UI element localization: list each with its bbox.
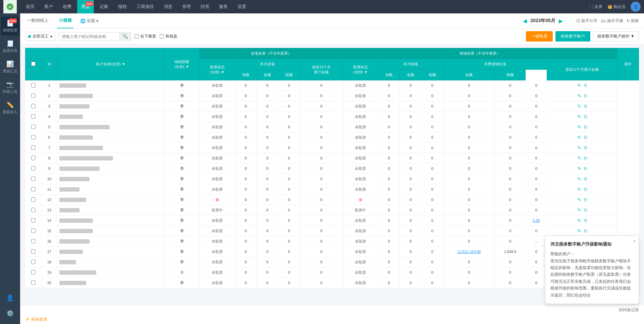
search-button[interactable]: 🔍 [119, 33, 131, 40]
edit-icon[interactable]: ✎ [577, 83, 581, 88]
new-guide-button[interactable]: ⓪ 新手引导 [576, 18, 597, 24]
row-checkbox[interactable] [31, 260, 36, 264]
copy-icon[interactable]: ⎘ [584, 218, 587, 223]
copy-icon[interactable]: ⎘ [584, 197, 587, 202]
copy-icon[interactable]: ⎘ [584, 114, 587, 119]
row-checkbox[interactable] [31, 218, 36, 222]
copy-icon[interactable]: ⎘ [584, 124, 587, 130]
edit-icon[interactable]: ✎ [577, 135, 581, 140]
sidebar-item-open-invoice[interactable]: 🧾 发票开具 [1, 37, 19, 56]
row-checkbox[interactable] [31, 280, 36, 285]
row-checkbox[interactable] [31, 229, 36, 233]
nav-message[interactable]: 消息 [160, 0, 176, 13]
return-amount-link[interactable]: 12,621,319.99 [457, 250, 481, 254]
tab-all[interactable]: 🌐 全能 ▾ [80, 18, 99, 24]
sidebar-item-summary[interactable]: 📊 票据汇总 [1, 58, 19, 76]
nav-client[interactable]: 客户 [40, 0, 57, 13]
nav-setting[interactable]: 设置 [233, 0, 250, 13]
row-checkbox[interactable] [31, 156, 36, 160]
copy-icon[interactable]: ⎘ [584, 207, 587, 213]
edit-icon[interactable]: ✎ [577, 145, 581, 150]
edit-icon[interactable]: ✎ [577, 166, 581, 171]
row-no: 8 [42, 153, 57, 164]
user-avatar[interactable]: 👤 [631, 2, 641, 12]
member-button[interactable]: 👑 购会员 [607, 4, 626, 10]
sidebar-item-scan[interactable]: 📷 扫描上传 [1, 78, 19, 97]
tab-general-taxpayer[interactable]: 一般纳税人 [25, 13, 50, 28]
nav-invoice[interactable]: 票据new [77, 0, 94, 13]
tab-small-scale[interactable]: 小规模 [57, 13, 73, 28]
nav-service[interactable]: 服务 [215, 0, 232, 13]
row-checkbox[interactable] [31, 239, 36, 243]
edit-icon[interactable]: ✎ [577, 207, 581, 213]
row-checkbox[interactable] [31, 145, 36, 150]
row-checkbox[interactable] [31, 114, 36, 119]
sidebar-item-user[interactable]: 👤 [1, 291, 19, 305]
copy-icon[interactable]: ⎘ [584, 135, 587, 140]
row-checkbox[interactable] [31, 166, 36, 171]
one-click-fetch-button[interactable]: 一键取票 [526, 31, 553, 42]
nav-operate[interactable]: 经营 [197, 0, 213, 13]
sidebar-item-entry[interactable]: ✏️ 票据录入 [1, 99, 19, 117]
sidebar-item-smart-invoice[interactable]: 📄 智能取票 new [1, 17, 19, 36]
edit-icon[interactable]: ✎ [577, 114, 581, 119]
row-checkbox[interactable] [31, 197, 36, 202]
copy-icon[interactable]: ⎘ [584, 187, 587, 192]
row-checkbox[interactable] [31, 135, 36, 139]
nav-business[interactable]: 工商项目 [132, 0, 158, 13]
nav-home[interactable]: 首页 [22, 0, 39, 13]
tax-digital-account-button[interactable]: 税务数字账户 [555, 31, 590, 42]
row-checkbox[interactable] [31, 104, 36, 108]
row-checkbox[interactable] [31, 83, 36, 87]
checkbox-account[interactable]: 名下账套 [135, 34, 156, 39]
checkbox-account-input[interactable] [135, 34, 139, 39]
nav-bookkeeping[interactable]: 记账 [96, 0, 112, 13]
edit-icon[interactable]: ✎ [577, 155, 581, 161]
row-checkbox[interactable] [31, 249, 36, 254]
row-tax-in: 0 [278, 184, 300, 195]
tax-policy-bar[interactable]: ⚡ 税务政策 [20, 315, 644, 324]
checkbox-taxdisk[interactable]: 有税盘 [160, 34, 177, 39]
select-all-checkbox[interactable] [31, 62, 36, 66]
row-checkbox[interactable] [31, 270, 36, 274]
fullscreen-button[interactable]: ⛶ 全屏 [589, 4, 602, 10]
row-checkbox[interactable] [31, 187, 36, 191]
edit-icon[interactable]: ✎ [577, 197, 581, 202]
nav-manage[interactable]: 管理 [178, 0, 195, 13]
row-accum-in: 0 [300, 164, 343, 174]
notification-close-button[interactable]: × [633, 239, 636, 244]
sidebar-item-settings[interactable]: ⚙️ [1, 307, 19, 321]
row-checkbox[interactable] [31, 125, 36, 129]
refresh-button[interactable]: ↻ 刷新 [627, 18, 639, 24]
manual-button[interactable]: 📖 操作手册 [601, 18, 623, 24]
edit-icon[interactable]: ✎ [577, 218, 581, 223]
edit-icon[interactable]: ✎ [577, 124, 581, 130]
row-checkbox[interactable] [31, 177, 36, 181]
next-month-button[interactable]: ▶ [559, 18, 563, 24]
edit-icon[interactable]: ✎ [577, 104, 581, 109]
nav-fee[interactable]: 收费 [59, 0, 75, 13]
prev-month-button[interactable]: ◀ [523, 18, 527, 24]
copy-icon[interactable]: ⎘ [584, 145, 587, 150]
tax-digital-account-ops-button[interactable]: 税务数字账户操作 ▼ [593, 31, 639, 42]
copy-icon[interactable]: ⎘ [584, 155, 587, 161]
edit-icon[interactable]: ✎ [577, 176, 581, 182]
copy-icon[interactable]: ⎘ [584, 166, 587, 171]
accum-link[interactable]: 5.00 [533, 218, 540, 222]
row-accum-in: 0 [300, 174, 343, 184]
copy-icon[interactable]: ⎘ [584, 104, 587, 109]
checkbox-taxdisk-input[interactable] [160, 34, 164, 39]
search-input[interactable] [59, 33, 119, 40]
copy-icon[interactable]: ⎘ [584, 176, 587, 182]
copy-icon[interactable]: ⎘ [584, 93, 587, 99]
copy-icon[interactable]: ⎘ [584, 228, 587, 234]
employee-select[interactable]: 全部员工 ▾ [25, 32, 55, 41]
sidebar-item-summary-label: 票据汇总 [3, 69, 17, 74]
row-checkbox[interactable] [31, 208, 36, 212]
edit-icon[interactable]: ✎ [577, 228, 581, 234]
edit-icon[interactable]: ✎ [577, 187, 581, 192]
nav-tax[interactable]: 报税 [114, 0, 131, 13]
copy-icon[interactable]: ⎘ [584, 83, 587, 88]
edit-icon[interactable]: ✎ [577, 93, 581, 99]
row-checkbox[interactable] [31, 93, 36, 98]
